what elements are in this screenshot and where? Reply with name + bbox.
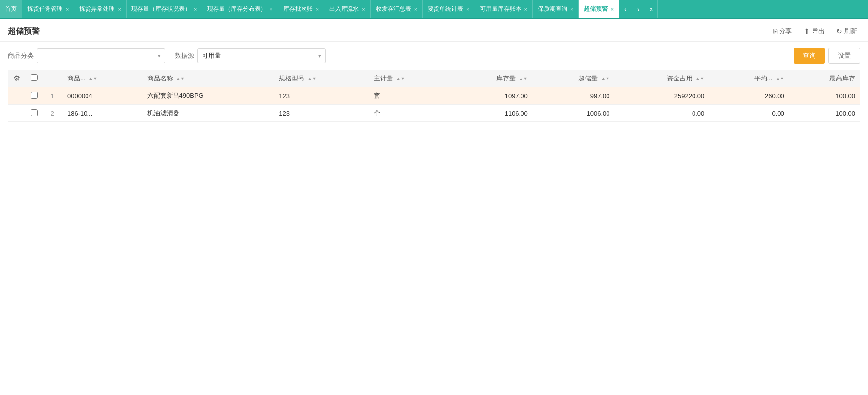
col-stock[interactable]: 库存量 ▲▼ [451,70,533,87]
col-product-name[interactable]: 商品名称 ▲▼ [142,70,274,87]
row-product-code: 186-10... [62,105,142,122]
col-product-code[interactable]: 商品... ▲▼ [62,70,142,87]
row-num: 1 [43,87,62,105]
col-overstock[interactable]: 超储量 ▲▼ [533,70,615,87]
row-checkbox-cell[interactable] [26,87,43,105]
row-unit: 个 [369,105,451,122]
row-stock: 1097.00 [451,87,533,105]
page-title: 超储预警 [8,26,40,37]
nav-recv-send[interactable]: 收发存汇总表 × [371,0,423,19]
col-checkbox [26,70,43,87]
nav-available[interactable]: 可用量库存账本 × [475,0,533,19]
category-arrow-icon: ▾ [158,53,161,59]
close-pkl-exception[interactable]: × [118,6,121,12]
row-checkbox-cell[interactable] [26,105,43,122]
col-spec[interactable]: 规格型号 ▲▼ [274,70,369,87]
row-spec: 123 [274,105,369,122]
row-overstock: 1006.00 [533,105,615,122]
top-nav: 首页 拣货任务管理 × 拣货异常处理 × 现存量（库存状况表） × 现存量（库存… [0,0,868,19]
share-icon: ⎘ [773,27,777,35]
nav-inv-dist[interactable]: 现存量（库存分布表） × [202,0,278,19]
row-product-name: 机油滤清器 [142,105,274,122]
nav-expiry[interactable]: 保质期查询 × [533,0,579,19]
close-recv-send[interactable]: × [414,6,417,12]
row-spec: 123 [274,87,369,105]
close-pkl-task[interactable]: × [66,6,69,12]
row-settings-cell [8,87,26,105]
table-header-row: ⚙ 商品... ▲▼ 商品名称 ▲▼ 规格型号 [8,70,860,87]
col-num [43,70,62,87]
datasource-select[interactable]: 可用量 ▾ [197,48,326,63]
table-container: ⚙ 商品... ▲▼ 商品名称 ▲▼ 规格型号 [0,70,868,122]
category-select[interactable]: ▾ [37,48,165,63]
sort-overstock-icon: ▲▼ [601,77,610,81]
row-num: 2 [43,105,62,122]
close-inv-batch[interactable]: × [316,6,319,12]
category-filter: 商品分类 ▾ [8,48,165,63]
filter-actions: 查询 设置 [794,48,860,64]
row-avg: 260.00 [709,87,789,105]
export-button[interactable]: ⬆ 导出 [801,25,827,38]
row-max-stock: 100.00 [789,105,860,122]
nav-close-arrow[interactable]: × [645,0,658,19]
col-avg[interactable]: 平均... ▲▼ [709,70,789,87]
page-container: 超储预警 ⎘ 分享 ⬆ 导出 ↻ 刷新 商品分类 ▾ 数据源 [0,19,868,395]
col-capital[interactable]: 资金占用 ▲▼ [615,70,710,87]
sort-spec-icon: ▲▼ [308,77,317,81]
nav-prev-arrow[interactable]: ‹ [619,0,632,19]
row-settings-cell [8,105,26,122]
query-button[interactable]: 查询 [794,48,825,64]
nav-next-arrow[interactable]: › [632,0,645,19]
nav-inv-status[interactable]: 现存量（库存状况表） × [127,0,202,19]
export-icon: ⬆ [804,27,810,35]
row-max-stock: 100.00 [789,87,860,105]
sort-product-name-icon: ▲▼ [176,77,185,81]
row-unit: 套 [369,87,451,105]
share-button[interactable]: ⎘ 分享 [770,25,795,38]
category-label: 商品分类 [8,51,34,60]
sort-unit-icon: ▲▼ [396,77,405,81]
close-inout-flow[interactable]: × [362,6,365,12]
refresh-icon: ↻ [836,27,842,35]
close-overstock[interactable]: × [610,6,613,12]
close-order-stat[interactable]: × [466,6,469,12]
close-available[interactable]: × [524,6,527,12]
nav-home[interactable]: 首页 [0,0,22,19]
refresh-button[interactable]: ↻ 刷新 [833,25,860,38]
col-max-stock: 最高库存 [789,70,860,87]
table-row: 1 0000004 六配套新昌490BPG 123 套 1097.00 997.… [8,87,860,105]
row-overstock: 997.00 [533,87,615,105]
sort-product-code-icon: ▲▼ [88,77,97,81]
nav-order-stat[interactable]: 要货单统计表 × [423,0,475,19]
header-actions: ⎘ 分享 ⬆ 导出 ↻ 刷新 [770,25,860,38]
datasource-value: 可用量 [202,51,221,60]
col-unit[interactable]: 主计量 ▲▼ [369,70,451,87]
row-product-code: 0000004 [62,87,142,105]
table-settings-icon[interactable]: ⚙ [13,74,20,82]
datasource-label: 数据源 [175,51,194,60]
sort-capital-icon: ▲▼ [695,77,704,81]
page-header: 超储预警 ⎘ 分享 ⬆ 导出 ↻ 刷新 [0,19,868,42]
nav-inout-flow[interactable]: 出入库流水 × [324,0,370,19]
close-expiry[interactable]: × [570,6,573,12]
datasource-filter: 数据源 可用量 ▾ [175,48,326,63]
row-stock: 1106.00 [451,105,533,122]
sort-stock-icon: ▲▼ [519,77,528,81]
select-all-checkbox[interactable] [31,74,38,81]
col-settings: ⚙ [8,70,26,87]
row-product-name: 六配套新昌490BPG [142,87,274,105]
settings-button[interactable]: 设置 [828,48,860,64]
nav-inv-batch[interactable]: 库存批次账 × [278,0,324,19]
sort-avg-icon: ▲▼ [776,77,784,81]
data-table: ⚙ 商品... ▲▼ 商品名称 ▲▼ 规格型号 [8,70,860,122]
nav-pkl-task[interactable]: 拣货任务管理 × [22,0,74,19]
row-avg: 0.00 [709,105,789,122]
close-inv-status[interactable]: × [194,6,197,12]
row-checkbox-1[interactable] [31,109,38,116]
datasource-arrow-icon: ▾ [318,53,321,59]
nav-overstock[interactable]: 超储预警 × [579,0,619,19]
table-row: 2 186-10... 机油滤清器 123 个 1106.00 1006.00 … [8,105,860,122]
row-checkbox-0[interactable] [31,92,38,99]
nav-pkl-exception[interactable]: 拣货异常处理 × [74,0,126,19]
close-inv-dist[interactable]: × [269,6,272,12]
